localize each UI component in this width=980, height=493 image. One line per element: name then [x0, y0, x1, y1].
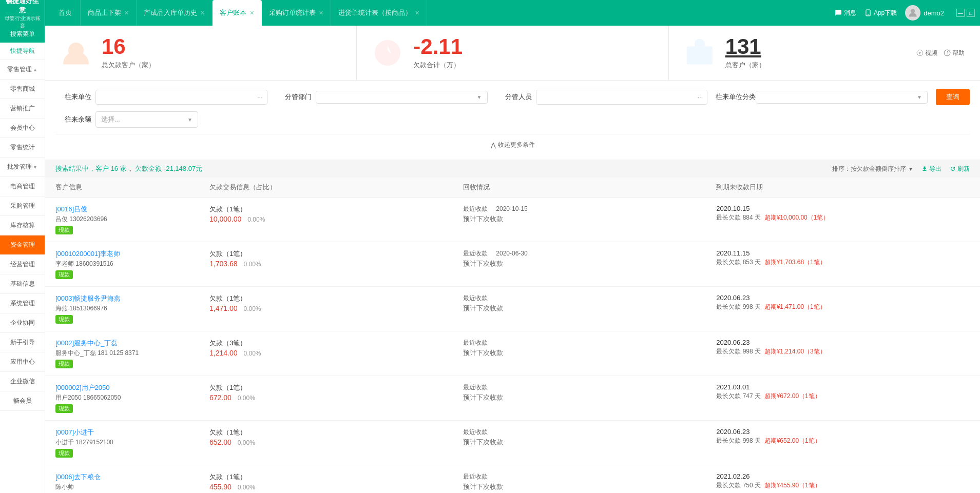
customer-phone: 小进千 18279152100 [55, 438, 209, 447]
filter-dept-select[interactable]: ▼ [316, 91, 488, 104]
help-btn[interactable]: 帮助 [944, 49, 965, 57]
customer-name-link[interactable]: [0016]吕俊 [55, 205, 87, 213]
sidebar-item-app-center[interactable]: 应用中心 [0, 352, 45, 372]
customer-name-link[interactable]: [0007]小进千 [55, 428, 94, 436]
sidebar-item-ecommerce[interactable]: 电商管理 [0, 177, 45, 196]
customer-info-cell: [0002]服务中心_丁磊 服务中心_丁磊 181 0125 8371 现款 [55, 339, 209, 368]
overdue-cell: 2020.06.23 最长欠款 998 天 超期¥1,471.00（1笔） [716, 294, 970, 311]
tab-customer-account[interactable]: 客户账本 ✕ [213, 0, 262, 26]
filter-person-label: 分管人员 [496, 92, 532, 102]
collection-cell: 最近收款 预计下次收款 [463, 428, 717, 447]
sidebar-item-marketing[interactable]: 营销推广 [0, 99, 45, 119]
customer-name-link[interactable]: [0003]畅捷服务尹海燕 [55, 294, 121, 302]
person-dots-btn[interactable]: ··· [693, 90, 707, 104]
filter-supplier: 往来单位 ··· [55, 90, 267, 105]
debt-info-cell: 欠款（3笔） 1,214.00 0.00% [209, 339, 463, 357]
customer-name-link[interactable]: [000002]用户2050 [55, 384, 110, 391]
refresh-btn[interactable]: 刷新 [950, 165, 970, 173]
collapse-btn[interactable]: ⋀ 收起更多条件 [55, 139, 970, 151]
sidebar-item-vip[interactable]: 畅会员 [0, 391, 45, 411]
tab-close-purchase-product-stats[interactable]: ✕ [415, 10, 419, 16]
collection-cell: 最近收款 预计下次收款 [463, 339, 717, 358]
chevron-down-icon2: ▼ [917, 94, 922, 100]
sidebar-item-operations[interactable]: 经营管理 [0, 255, 45, 274]
table-row: [0006]去下粮仓 陈小帅 现款 欠款（1笔） 455.90 0.00% 最近… [45, 465, 980, 493]
sidebar-item-finance[interactable]: 资金管理 [0, 235, 45, 255]
supplier-input[interactable] [96, 90, 253, 104]
sort-dropdown[interactable]: 排序：按欠款金额倒序排序 ▼ [832, 165, 913, 173]
tab-product-shelf[interactable]: 商品上下架 ✕ [81, 0, 137, 26]
filter-balance-select[interactable]: 选择... ▼ [95, 111, 198, 128]
sidebar-item-members[interactable]: 会员中心 [0, 119, 45, 138]
tab-close-purchase-stats[interactable]: ✕ [319, 10, 323, 16]
window-minimize-btn[interactable]: — [956, 9, 965, 17]
filter-category: 往来单位分类 ▼ [716, 91, 928, 104]
tab-purchase-stats[interactable]: 采购订单统计表 ✕ [262, 0, 331, 26]
user-menu[interactable]: demo2 [905, 5, 944, 21]
sidebar-item-retail-mall[interactable]: 零售商城 [0, 80, 45, 99]
filter-person-input-wrap: ··· [536, 90, 708, 105]
tab-home[interactable]: 首页 [50, 0, 81, 26]
sidebar-item-inventory[interactable]: 库存核算 [0, 216, 45, 235]
svg-rect-4 [687, 47, 713, 65]
table-row: [000002]用户2050 用户2050 18665062050 现款 欠款（… [45, 376, 980, 421]
debt-amount: 1,214.00 [209, 349, 238, 357]
tab-product-history[interactable]: 产成品入库单历史 ✕ [137, 0, 213, 26]
video-btn[interactable]: 视频 [916, 49, 937, 57]
overdue-link[interactable]: 超期¥672.00（1笔） [764, 392, 821, 400]
debt-amount: 672.00 [209, 393, 232, 402]
chevron-down-icon: ▼ [477, 94, 482, 100]
tab-close-customer-account[interactable]: ✕ [249, 10, 254, 16]
tab-purchase-product-stats[interactable]: 进货单统计表（按商品） ✕ [331, 0, 427, 26]
tab-close-product-shelf[interactable]: ✕ [124, 10, 129, 16]
table-header: 客户信息 欠款交易信息（占比） 回收情况 到期未收款日期 [45, 178, 980, 198]
window-maximize-btn[interactable]: □ [967, 9, 975, 17]
app-download-btn[interactable]: App下载 [864, 9, 897, 17]
message-btn[interactable]: 消息 [835, 9, 856, 17]
person-input[interactable] [536, 90, 694, 104]
table-row: [0002]服务中心_丁磊 服务中心_丁磊 181 0125 8371 现款 欠… [45, 331, 980, 376]
sidebar-item-batch-mgmt[interactable]: 批发管理 ▼ [0, 157, 45, 177]
customer-tag: 现款 [55, 315, 73, 324]
filter-dept: 分管部门 ▼ [276, 91, 488, 104]
svg-point-2 [911, 9, 915, 13]
overdue-link[interactable]: 超期¥1,703.68（1笔） [764, 259, 826, 266]
filter-category-label: 往来单位分类 [716, 92, 752, 102]
sidebar-item-purchase[interactable]: 采购管理 [0, 196, 45, 216]
sidebar-item-retail-mgmt[interactable]: 零售管理 ▲ [0, 60, 45, 80]
customer-tag: 现款 [55, 449, 73, 458]
overdue-link[interactable]: 超期¥10,000.00（1笔） [764, 214, 830, 221]
quick-nav[interactable]: 快捷导航 [0, 43, 45, 60]
stat-number-total: 131 [725, 36, 906, 57]
debt-amount: 652.00 [209, 438, 232, 446]
top-nav-right: 消息 App下载 demo2 — □ [835, 5, 975, 21]
overdue-link[interactable]: 超期¥455.90（1笔） [764, 482, 821, 489]
sidebar-item-basic-info[interactable]: 基础信息 [0, 274, 45, 294]
sidebar-item-retail-stats[interactable]: 零售统计 [0, 138, 45, 157]
filter-balance-label: 往来余额 [55, 115, 91, 124]
customer-name-link[interactable]: [0002]服务中心_丁磊 [55, 339, 118, 347]
customer-name-link[interactable]: [00010200001]李老师 [55, 250, 120, 258]
search-button[interactable]: 查询 [936, 89, 970, 105]
sidebar-item-system[interactable]: 系统管理 [0, 294, 45, 313]
sidebar-item-newbie[interactable]: 新手引导 [0, 333, 45, 352]
sidebar-item-weixin[interactable]: 企业微信 [0, 372, 45, 391]
customer-table: 客户信息 欠款交易信息（占比） 回收情况 到期未收款日期 [0016]吕俊 吕俊… [45, 178, 980, 493]
overdue-link[interactable]: 超期¥1,214.00（3笔） [764, 348, 826, 355]
filter-category-select[interactable]: ▼ [756, 91, 928, 104]
supplier-dots-btn[interactable]: ··· [253, 90, 267, 104]
top-nav: 首页 商品上下架 ✕ 产成品入库单历史 ✕ 客户账本 ✕ 采购订单统计表 ✕ 进… [45, 0, 980, 26]
main-area: 首页 商品上下架 ✕ 产成品入库单历史 ✕ 客户账本 ✕ 采购订单统计表 ✕ 进… [45, 0, 980, 493]
stat-card-amount: -2.11 欠款合计（万） [357, 26, 668, 80]
customer-phone: 海燕 18513066976 [55, 304, 209, 313]
export-btn[interactable]: 导出 [921, 165, 941, 173]
user-avatar [905, 5, 920, 21]
results-actions: 排序：按欠款金额倒序排序 ▼ 导出 刷新 [832, 165, 970, 173]
app-logo: 畅捷通好生意 母婴行业演示账套 [0, 0, 45, 26]
overdue-link[interactable]: 超期¥652.00（1笔） [764, 437, 821, 444]
overdue-link[interactable]: 超期¥1,471.00（1笔） [764, 303, 826, 310]
sidebar-item-enterprise[interactable]: 企业协同 [0, 313, 45, 333]
svg-marker-6 [919, 52, 921, 54]
customer-name-link[interactable]: [0006]去下粮仓 [55, 473, 101, 481]
tab-close-product-history[interactable]: ✕ [200, 10, 205, 16]
